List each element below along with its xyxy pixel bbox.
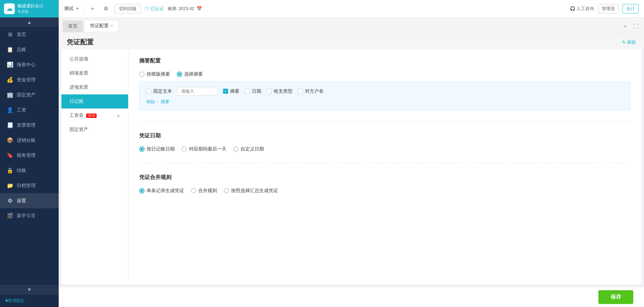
radio-select-merge-input[interactable] [224, 188, 229, 193]
summary-section: 摘要配置 按模版摘要 选择摘要 [139, 57, 631, 122]
switch-old-button[interactable]: 切到旧版 [115, 4, 141, 13]
merge-title: 凭证合并规则 [139, 174, 631, 181]
checkbox-summary-input[interactable] [223, 89, 228, 94]
checkbox-date-input[interactable] [245, 89, 250, 94]
checkbox-payment-label: 收支类型 [274, 88, 292, 94]
sidebar-item-label: 首页 [17, 32, 26, 38]
cancel-fixed-label: ◀取消固定 [4, 298, 24, 304]
radio-select-merge[interactable]: 按照选择汇总生成凭证 [224, 188, 278, 194]
sidebar-item-label: 发票管理 [17, 122, 36, 128]
topbar-right: 🎧 人工咨询 管理员 会计 [570, 4, 639, 13]
radio-template-label: 按模版摘要 [147, 71, 170, 77]
help-button[interactable]: 🎧 人工咨询 [570, 6, 594, 12]
save-button[interactable]: 保存 [598, 290, 633, 304]
radio-single-record[interactable]: 单条记录生成凭证 [139, 188, 184, 194]
sidebar-item-reports[interactable]: 📊 报表中心 [0, 57, 59, 72]
sidebar-scroll-up[interactable]: ▲ [0, 17, 59, 27]
sidebar-item-payroll[interactable]: 👤 工资 [0, 102, 59, 118]
sidebar-item-ledger[interactable]: 📋 总账 [0, 42, 59, 57]
sidebar-item-archive[interactable]: 📁 归档管理 [0, 178, 59, 193]
radio-template-input[interactable] [139, 72, 145, 77]
sidebar-item-sales[interactable]: 📦 进销台账 [0, 133, 59, 148]
tab-active-label: 凭证配置 [90, 23, 109, 29]
logo-icon: ☁ [4, 3, 15, 14]
calendar-icon[interactable]: 📅 [197, 6, 202, 11]
sidebar-item-label: 新手引导 [17, 213, 36, 219]
user-button[interactable]: 管理员 [598, 4, 619, 13]
merge-radio-group: 单条记录生成凭证 合并规则 按照选择汇总生成凭证 [139, 188, 631, 194]
checkbox-date-label: 日期 [252, 88, 261, 94]
config-nav-fixed-assets[interactable]: 固定资产 [61, 123, 128, 137]
date-radio-group: 按日记账日期 对应期间最后一天 自定义日期 [139, 146, 631, 152]
x-icon: × [624, 24, 627, 30]
checkbox-row: 固定文本 摘要 日期 [146, 87, 624, 95]
period-display: 账期 2023-02 📅 [168, 6, 202, 12]
checkbox-fixed-input[interactable] [146, 89, 151, 94]
sidebar-item-label: 固定资产 [17, 92, 36, 98]
checkbox-payment-input[interactable] [267, 89, 272, 94]
tab-voucher-config[interactable]: 凭证配置 × [84, 20, 119, 32]
checkbox-counterpart[interactable]: 对方户名 [298, 88, 324, 94]
close-tab-action[interactable]: × [621, 23, 629, 31]
sidebar-item-settings[interactable]: ⚙ 设置 [0, 193, 59, 208]
settings-icon: ⚙ [7, 198, 13, 204]
radio-period-last[interactable]: 对应期间最后一天 [181, 146, 226, 152]
fullscreen-button[interactable]: ⛶ [632, 23, 640, 31]
config-nav-payroll-table[interactable]: 工资表 NEW ∨ [61, 108, 128, 123]
company-selector[interactable]: 测试 ▼ [64, 6, 79, 12]
sidebar-item-guide[interactable]: 🎬 新手引导 [0, 208, 59, 223]
checkbox-counterpart-input[interactable] [298, 89, 303, 94]
checkbox-summary[interactable]: 摘要 [223, 88, 239, 94]
sidebar-item-label: 资金管理 [17, 77, 36, 83]
sidebar-item-invoices[interactable]: 🧾 发票管理 [0, 118, 59, 133]
radio-select-input[interactable] [177, 72, 182, 77]
page-title: 凭证配置 [67, 38, 94, 47]
sidebar-item-assets[interactable]: 🏢 固定资产 [0, 87, 59, 102]
config-nav-journal[interactable]: 日记账 [61, 94, 128, 108]
period-value: 2023-02 [178, 6, 195, 11]
radio-custom-date[interactable]: 自定义日期 [233, 146, 264, 152]
config-nav-sales-invoice[interactable]: 销项发票 [61, 66, 128, 80]
radio-select-label: 选择摘要 [184, 71, 203, 77]
radio-journal-date[interactable]: 按日记账日期 [139, 146, 175, 152]
checkbox-payment-type[interactable]: 收支类型 [267, 88, 292, 94]
radio-select-summary[interactable]: 选择摘要 [177, 71, 203, 77]
radio-custom-date-input[interactable] [233, 146, 238, 152]
radio-template-summary[interactable]: 按模版摘要 [139, 71, 170, 77]
sidebar-item-label: 进销台账 [17, 137, 36, 143]
main-content: 测试 ▼ + ⚙ 切到旧版 🛡 已认证 账期 2023-02 📅 🎧 人工咨询 [59, 0, 644, 307]
checkbox-date[interactable]: 日期 [245, 88, 261, 94]
sidebar-item-tax[interactable]: 🔖 税务管理 [0, 148, 59, 163]
checkbox-fixed-label: 固定文本 [153, 88, 172, 94]
accountant-button[interactable]: 会计 [623, 4, 639, 13]
logo-sub: 专业版 [17, 9, 44, 14]
checkbox-fixed-text[interactable]: 固定文本 [146, 88, 172, 94]
sidebar-scroll-down[interactable]: ▼ [0, 285, 59, 294]
assets-icon: 🏢 [7, 92, 13, 98]
radio-merge-rule[interactable]: 合并规则 [191, 188, 217, 194]
radio-single-record-input[interactable] [139, 188, 145, 193]
sidebar-item-funds[interactable]: 💰 资金管理 [0, 72, 59, 87]
cancel-fixed-button[interactable]: ◀取消固定 [0, 294, 59, 307]
config-container: 公共选项 销项发票 进项发票 日记账 工资表 NEW ∨ [61, 49, 641, 284]
radio-period-last-input[interactable] [181, 146, 187, 152]
config-nav-public[interactable]: 公共选项 [61, 52, 128, 66]
sidebar-item-home[interactable]: ⊞ 首页 [0, 27, 59, 42]
radio-journal-date-input[interactable] [139, 146, 145, 152]
sidebar-item-label: 报表中心 [17, 62, 36, 68]
sidebar-item-close[interactable]: 🔒 结账 [0, 163, 59, 178]
plus-icon: + [91, 6, 94, 12]
refresh-button[interactable]: ↻ 刷新 [622, 39, 636, 45]
gear-icon: ⚙ [104, 5, 108, 12]
add-button[interactable]: + [88, 4, 97, 13]
radio-merge-rule-input[interactable] [191, 188, 196, 193]
config-nav-purchase-invoice[interactable]: 进项发票 [61, 80, 128, 94]
page: 凭证配置 ↻ 刷新 公共选项 销项发票 进项发票 日记账 [59, 32, 644, 307]
tab-home[interactable]: 首页 [63, 20, 83, 32]
sidebar-item-label: 工资 [17, 107, 26, 113]
tab-close-icon[interactable]: × [111, 24, 113, 28]
tabbar: 首页 凭证配置 × × ⛶ [59, 17, 644, 32]
page-header: 凭证配置 ↻ 刷新 [59, 32, 644, 49]
settings-button[interactable]: ⚙ [101, 4, 111, 13]
fixed-text-input[interactable] [177, 87, 218, 95]
